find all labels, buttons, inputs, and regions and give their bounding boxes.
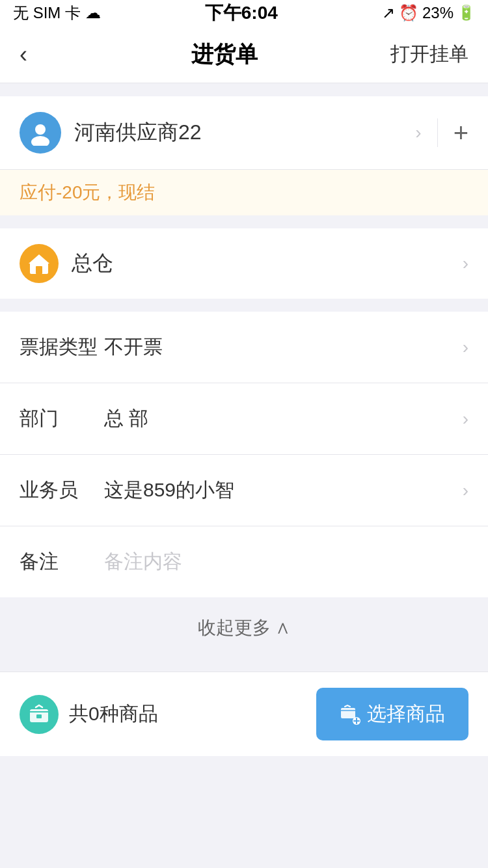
nav-bar: ‹ 进货单 打开挂单 [0,26,488,83]
salesperson-label: 业务员 [20,477,104,504]
goods-info: 共0种商品 [20,695,158,734]
goods-icon-wrap [20,695,59,734]
supplier-name: 河南供应商22 [74,118,415,147]
battery-label: 23% [422,4,454,22]
status-right: ↗ ⏰ 23% 🔋 [382,4,475,22]
goods-count: 共0种商品 [69,701,158,727]
department-label: 部门 [20,405,104,432]
add-button[interactable]: + [454,120,468,146]
section-gap-2 [0,215,488,228]
svg-rect-4 [36,266,42,274]
department-chevron-icon: › [463,409,468,429]
department-row[interactable]: 部门 总 部 › [0,383,488,454]
supplier-avatar [20,112,61,154]
supplier-row[interactable]: 河南供应商22 › + [0,96,488,170]
status-bar: 无 SIM 卡 ☁ 下午6:04 ↗ ⏰ 23% 🔋 [0,0,488,26]
status-left: 无 SIM 卡 ☁ [13,3,101,23]
select-goods-icon [340,704,360,725]
page-title: 进货单 [191,40,258,70]
remark-input[interactable]: 备注内容 [104,549,468,575]
location-icon: ↗ [382,4,395,22]
svg-point-1 [31,136,49,146]
section-gap-1 [0,83,488,96]
svg-rect-6 [36,714,42,718]
invoice-type-value: 不开票 [104,334,463,360]
bottom-bar: 共0种商品 选择商品 [0,671,488,756]
warehouse-icon-wrap [20,244,59,283]
goods-icon [27,703,51,726]
department-value: 总 部 [104,405,463,432]
warehouse-row[interactable]: 总仓 › [0,228,488,299]
warehouse-icon [27,252,51,275]
section-gap-3 [0,299,488,312]
supplier-section: 河南供应商22 › + 应付-20元，现结 [0,96,488,215]
alarm-icon: ⏰ [399,4,418,22]
battery-icon: 🔋 [457,5,475,21]
page-fill [0,756,488,868]
invoice-type-label: 票据类型 [20,334,104,360]
user-icon [27,120,53,146]
salesperson-chevron-icon: › [463,480,468,501]
select-goods-button[interactable]: 选择商品 [316,688,468,740]
back-button[interactable]: ‹ [20,41,59,68]
salesperson-row[interactable]: 业务员 这是859的小智 › [0,454,488,526]
chevron-right-icon: › [415,122,421,143]
svg-point-0 [35,124,46,135]
remark-row[interactable]: 备注 备注内容 [0,526,488,597]
form-section: 票据类型 不开票 › 部门 总 部 › 业务员 这是859的小智 › 备注 备注… [0,312,488,597]
svg-marker-3 [29,254,49,264]
open-pending-button[interactable]: 打开挂单 [390,41,468,68]
select-goods-label: 选择商品 [367,701,445,727]
warehouse-section: 总仓 › [0,228,488,299]
status-time: 下午6:04 [205,1,278,25]
invoice-type-chevron-icon: › [463,337,468,358]
vertical-divider [437,118,438,147]
notice-banner: 应付-20元，现结 [0,170,488,215]
svg-rect-7 [341,708,355,718]
salesperson-value: 这是859的小智 [104,477,463,504]
warehouse-name: 总仓 [72,249,463,278]
remark-label: 备注 [20,549,104,575]
no-sim-label: 无 SIM 卡 ☁ [13,3,101,23]
collapse-button[interactable]: 收起更多 ∧ [0,597,488,658]
invoice-type-row[interactable]: 票据类型 不开票 › [0,312,488,383]
warehouse-chevron-icon: › [463,253,468,274]
